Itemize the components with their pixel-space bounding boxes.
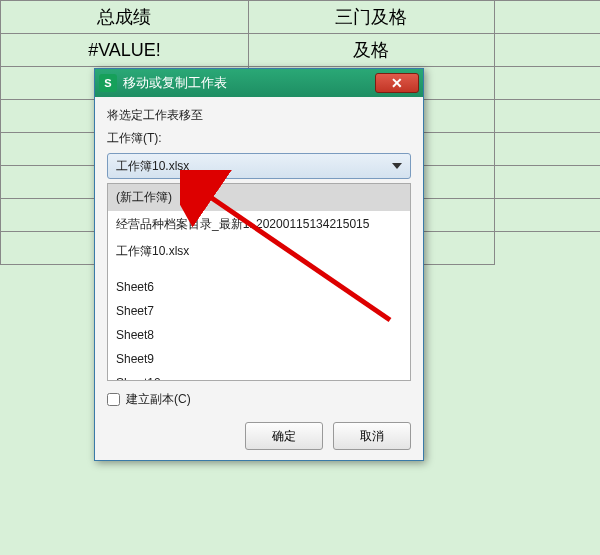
dialog-title: 移动或复制工作表	[123, 74, 227, 92]
move-to-label: 将选定工作表移至	[107, 107, 411, 124]
empty-cell[interactable]	[531, 1, 566, 34]
chevron-down-icon	[392, 163, 402, 169]
data-cell[interactable]: #VALUE!	[1, 34, 249, 67]
dialog-titlebar[interactable]: S 移动或复制工作表 ✕	[95, 69, 423, 97]
list-item[interactable]: Sheet9	[108, 347, 410, 371]
app-icon: S	[99, 74, 117, 92]
close-icon: ✕	[391, 75, 403, 91]
close-button[interactable]: ✕	[375, 73, 419, 93]
move-copy-sheet-dialog: S 移动或复制工作表 ✕ 将选定工作表移至 工作簿(T): 工作簿10.xlsx…	[94, 68, 424, 461]
dropdown-value: 工作簿10.xlsx	[116, 158, 189, 175]
ok-button[interactable]: 确定	[245, 422, 323, 450]
header-cell[interactable]: 总成绩	[1, 1, 249, 34]
list-item[interactable]: Sheet6	[108, 275, 410, 299]
workbook-label: 工作簿(T):	[107, 130, 411, 147]
list-item[interactable]: (新工作簿)	[108, 184, 410, 211]
create-copy-checkbox[interactable]	[107, 393, 120, 406]
cancel-button[interactable]: 取消	[333, 422, 411, 450]
create-copy-row: 建立副本(C)	[107, 391, 411, 408]
sheet-listbox[interactable]: (新工作簿) 经营品种档案目录_最新1..20200115134215015 工…	[107, 183, 411, 381]
list-item[interactable]: Sheet8	[108, 323, 410, 347]
header-cell[interactable]: 三门及格	[248, 1, 494, 34]
list-item[interactable]: 经营品种档案目录_最新1..20200115134215015	[108, 211, 410, 238]
empty-cell[interactable]	[565, 1, 600, 34]
list-item[interactable]: 工作簿10.xlsx	[108, 238, 410, 265]
list-item[interactable]: Sheet10	[108, 371, 410, 381]
list-item[interactable]: Sheet7	[108, 299, 410, 323]
list-item-truncated[interactable]	[108, 265, 410, 275]
create-copy-label: 建立副本(C)	[126, 391, 191, 408]
data-cell[interactable]: 及格	[248, 34, 494, 67]
empty-cell[interactable]	[494, 1, 530, 34]
workbook-dropdown[interactable]: 工作簿10.xlsx	[107, 153, 411, 179]
